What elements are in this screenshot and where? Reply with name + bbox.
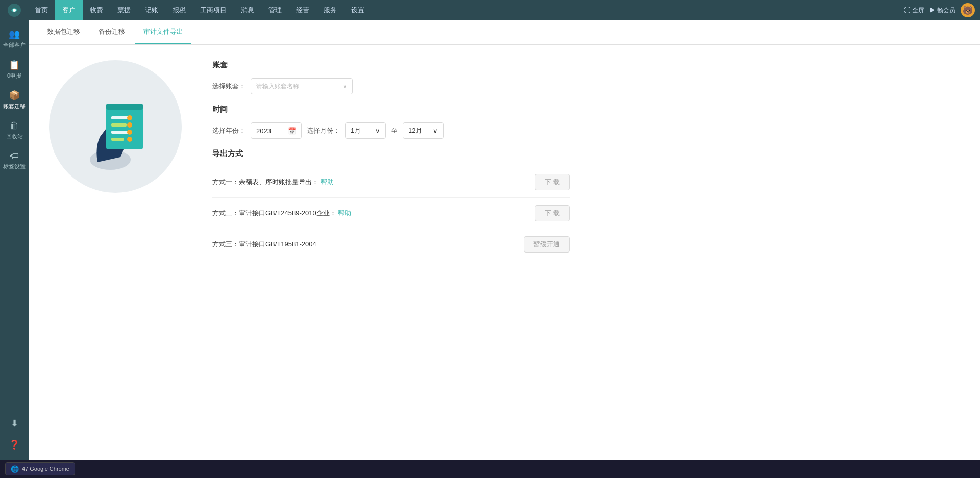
form-area: 账套 选择账套： 请输入账套名称 ∨ 时间 选择年份：: [212, 60, 570, 260]
export-container: 账套 选择账套： 请输入账套名称 ∨ 时间 选择年份：: [49, 60, 960, 260]
content-area: 数据包迁移 备份迁移 审计文件导出: [29, 20, 980, 460]
year-value: 2023: [256, 127, 271, 135]
account-placeholder: 请输入账套名称: [256, 82, 299, 91]
sidebar: 👥 全部客户 📋 0申报 📦 账套迁移 🗑 回收站 🏷 标签设置 ⬇ ❓: [0, 20, 29, 460]
method3-open-btn[interactable]: 暂缓开通: [524, 236, 570, 253]
account-section-title: 账套: [212, 60, 570, 70]
svg-point-10: [127, 122, 132, 128]
nav-message[interactable]: 消息: [234, 0, 261, 20]
method2-download-btn[interactable]: 下 载: [535, 205, 570, 221]
sidebar-item-recycle[interactable]: 🗑 回收站: [1, 116, 28, 144]
month-to-select[interactable]: 12月 ∨: [403, 122, 444, 139]
nav-settings[interactable]: 设置: [344, 0, 372, 20]
app-logo[interactable]: [5, 1, 23, 19]
page-content: 账套 选择账套： 请输入账套名称 ∨ 时间 选择年份：: [29, 45, 980, 460]
audit-illustration: [69, 76, 161, 178]
chrome-icon: 🌐: [11, 465, 19, 473]
top-navigation: 首页 客户 收费 票据 记账 报税 工商项目 消息 管理 经营 服务 设置 ⛶ …: [0, 0, 980, 20]
svg-point-9: [127, 115, 132, 120]
calendar-icon: 📅: [288, 127, 296, 135]
taskbar: 🌐 47 Google Chrome: [0, 460, 980, 478]
account-select[interactable]: 请输入账套名称 ∨: [251, 78, 353, 94]
recycle-icon: 🗑: [10, 120, 19, 131]
taskbar-chrome[interactable]: 🌐 47 Google Chrome: [5, 462, 75, 475]
svg-point-1: [13, 9, 16, 12]
user-avatar[interactable]: 🐻: [961, 3, 975, 17]
nav-tax[interactable]: 报税: [165, 0, 193, 20]
label-settings-icon: 🏷: [10, 150, 19, 161]
time-row: 选择年份： 2023 📅 选择月份： 1月 ∨ 至 12月: [212, 122, 570, 139]
to-text: 至: [391, 126, 398, 135]
time-section-title: 时间: [212, 105, 570, 114]
fullscreen-btn[interactable]: ⛶ 全屏: [904, 6, 924, 15]
month-from-value: 1月: [351, 126, 361, 135]
method1-label: 方式一：余额表、序时账批量导出： 帮助: [212, 178, 334, 187]
account-migrate-icon: 📦: [9, 90, 20, 101]
method1-help-link[interactable]: 帮助: [321, 178, 334, 186]
method1-download-btn[interactable]: 下 载: [535, 174, 570, 190]
svg-rect-4: [106, 104, 143, 110]
svg-point-11: [127, 130, 132, 135]
export-method-1: 方式一：余额表、序时账批量导出： 帮助 下 载: [212, 167, 570, 198]
illustration-area: [49, 60, 182, 193]
help-icon: ❓: [9, 439, 20, 450]
svg-rect-6: [111, 123, 127, 127]
nav-manage[interactable]: 管理: [261, 0, 289, 20]
year-label: 选择年份：: [212, 126, 246, 135]
nav-customer[interactable]: 客户: [55, 0, 83, 20]
month-from-chevron-icon: ∨: [375, 127, 380, 135]
sidebar-item-label-settings[interactable]: 🏷 标签设置: [1, 146, 28, 174]
tab-data-migration[interactable]: 数据包迁移: [39, 20, 88, 44]
vip-btn[interactable]: ▶ 畅会员: [929, 6, 955, 15]
nav-items: 首页 客户 收费 票据 记账 报税 工商项目 消息 管理 经营 服务 设置: [28, 0, 904, 20]
sidebar-item-zero-declare[interactable]: 📋 0申报: [1, 55, 28, 84]
zero-declare-icon: 📋: [9, 59, 20, 70]
account-chevron-icon: ∨: [342, 83, 347, 90]
nav-bookkeeping[interactable]: 记账: [138, 0, 165, 20]
month-label: 选择月份：: [307, 126, 340, 135]
method3-label: 方式三：审计接口GB/T19581-2004: [212, 240, 316, 249]
download-icon: ⬇: [11, 418, 18, 429]
month-to-value: 12月: [408, 126, 422, 135]
export-method-2: 方式二：审计接口GB/T24589-2010企业： 帮助 下 载: [212, 198, 570, 229]
nav-billing[interactable]: 收费: [83, 0, 110, 20]
taskbar-chrome-label: 47 Google Chrome: [22, 466, 69, 472]
svg-rect-8: [111, 138, 124, 141]
month-from-select[interactable]: 1月 ∨: [345, 122, 386, 139]
month-to-chevron-icon: ∨: [433, 127, 438, 135]
svg-point-12: [127, 137, 132, 142]
nav-right: ⛶ 全屏 ▶ 畅会员 🐻: [904, 3, 975, 17]
method2-label: 方式二：审计接口GB/T24589-2010企业： 帮助: [212, 209, 351, 218]
sidebar-help-btn[interactable]: ❓: [1, 435, 28, 455]
method2-help-link[interactable]: 帮助: [338, 209, 351, 217]
nav-service[interactable]: 服务: [316, 0, 344, 20]
account-row: 选择账套： 请输入账套名称 ∨: [212, 78, 570, 94]
svg-rect-7: [111, 131, 130, 134]
tab-backup-migration[interactable]: 备份迁移: [90, 20, 133, 44]
nav-operation[interactable]: 经营: [289, 0, 316, 20]
tab-audit-export[interactable]: 审计文件导出: [135, 20, 191, 44]
sidebar-item-account-migrate[interactable]: 📦 账套迁移: [1, 86, 28, 114]
year-input[interactable]: 2023 📅: [251, 122, 302, 139]
sidebar-bottom: ⬇ ❓: [1, 414, 28, 460]
tab-bar: 数据包迁移 备份迁移 审计文件导出: [29, 20, 980, 45]
nav-business[interactable]: 工商项目: [193, 0, 234, 20]
export-section-title: 导出方式: [212, 149, 570, 159]
sidebar-download-btn[interactable]: ⬇: [1, 414, 28, 433]
illustration-circle: [49, 60, 182, 193]
nav-invoice[interactable]: 票据: [110, 0, 138, 20]
export-method-3: 方式三：审计接口GB/T19581-2004 暂缓开通: [212, 229, 570, 260]
all-customers-icon: 👥: [9, 29, 20, 40]
nav-home[interactable]: 首页: [28, 0, 55, 20]
account-label: 选择账套：: [212, 82, 246, 91]
sidebar-item-all-customers[interactable]: 👥 全部客户: [1, 24, 28, 53]
